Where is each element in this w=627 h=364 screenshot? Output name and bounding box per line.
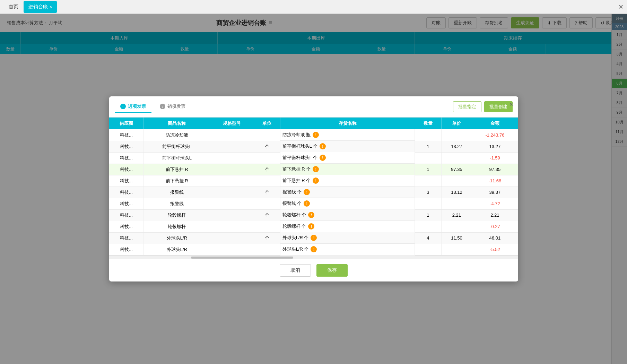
cell-unit-price-4 <box>441 175 472 187</box>
cell-product-9: 外球头L/R <box>144 232 210 244</box>
table-row[interactable]: 科技... 报警线 个 报警线 个 ! 3 13.12 39.37 <box>109 187 518 198</box>
cell-unit-3: 个 <box>254 164 280 175</box>
cell-spec-3 <box>210 164 254 175</box>
modal-table-body: 科技... 防冻冷却液 防冻冷却液 瓶 ! -1,243.76 科技... 前平… <box>109 129 518 255</box>
cell-unit-price-10 <box>441 244 472 255</box>
inventory-name-text-1: 前平衡杆球头L 个 <box>282 143 317 149</box>
cell-quantity-1: 1 <box>415 141 441 152</box>
table-row[interactable]: 科技... 前下悬挂 R 个 前下悬挂 R 个 ! 1 97.35 97.35 <box>109 164 518 175</box>
cell-spec-2 <box>210 152 254 164</box>
table-row[interactable]: 科技... 防冻冷却液 防冻冷却液 瓶 ! -1,243.76 <box>109 129 518 141</box>
main-content: 销售成本计算方法： 月平均 商贸企业进销台账 ≡ 对账 重新开账 存货别名 生成… <box>0 14 627 364</box>
save-button[interactable]: 保存 <box>316 264 348 277</box>
th-spec: 规格型号 <box>210 118 254 129</box>
th-quantity: 数量 <box>415 118 441 129</box>
inventory-name-text-10: 外球头L/R 个 <box>282 246 309 252</box>
inventory-name-text-4: 前下悬挂 R 个 <box>282 177 311 184</box>
tab-home-label: 首页 <box>9 4 18 9</box>
th-unit-price: 单价 <box>441 118 472 129</box>
cell-unit-price-9: 11.50 <box>441 232 472 244</box>
cell-inventory-4: 前下悬挂 R 个 ! <box>280 175 415 187</box>
cell-supplier-1: 科技... <box>109 141 144 152</box>
table-row[interactable]: 科技... 前平衡杆球头L 个 前平衡杆球头L 个 ! 1 13.27 13.2… <box>109 141 518 152</box>
tab-purchase-invoice[interactable]: ↑ 进项发票 <box>115 101 151 113</box>
tab-ledger[interactable]: 进销台账 × <box>24 1 57 13</box>
cell-spec-6 <box>210 198 254 209</box>
cell-spec-4 <box>210 175 254 187</box>
warning-icon-4: ! <box>313 177 319 184</box>
cell-supplier-8: 科技... <box>109 221 144 232</box>
cell-amount-6: -4.72 <box>472 198 518 209</box>
cell-product-3: 前下悬挂 R <box>144 164 210 175</box>
cell-quantity-6 <box>415 198 441 209</box>
cell-unit-price-7: 2.21 <box>441 209 472 221</box>
cell-unit-price-0 <box>441 129 472 141</box>
tab-ledger-label: 进销台账 <box>28 4 48 10</box>
warning-icon-5: ! <box>304 189 310 195</box>
modal-footer: 取消 保存 <box>109 259 518 281</box>
cell-spec-7 <box>210 209 254 221</box>
tab-home[interactable]: 首页 <box>3 1 24 13</box>
tab-sales-invoice[interactable]: ↓ 销项发票 <box>154 101 191 113</box>
cell-quantity-7: 1 <box>415 209 441 221</box>
cell-amount-3: 97.35 <box>472 164 518 175</box>
cell-amount-0: -1,243.76 <box>472 129 518 141</box>
tab-ledger-close[interactable]: × <box>50 5 52 9</box>
cell-inventory-7: 轮毂螺杆 个 ! <box>280 209 415 221</box>
cell-quantity-4 <box>415 175 441 187</box>
modal-dialog: ↑ 进项发票 ↓ 销项发票 批量指定 批量创建 × 供应 <box>109 96 518 281</box>
cell-unit-5: 个 <box>254 187 280 198</box>
warning-icon-3: ! <box>313 166 319 172</box>
table-header-row: 供应商 商品名称 规格型号 单位 存货名称 数量 单价 金额 <box>109 118 518 129</box>
cell-unit-price-3: 97.35 <box>441 164 472 175</box>
warning-icon-7: ! <box>308 212 314 218</box>
cell-supplier-7: 科技... <box>109 209 144 221</box>
cell-supplier-9: 科技... <box>109 232 144 244</box>
modal-overlay: ↑ 进项发票 ↓ 销项发票 批量指定 批量创建 × 供应 <box>0 14 627 364</box>
th-unit: 单位 <box>254 118 280 129</box>
table-row[interactable]: 科技... 外球头L/R 个 外球头L/R 个 ! 4 11.50 46.01 <box>109 232 518 244</box>
inventory-name-text-8: 轮毂螺杆 个 <box>282 223 306 229</box>
inventory-name-text-6: 报警线 个 <box>282 200 302 207</box>
warning-icon-9: ! <box>311 235 317 241</box>
cell-quantity-10 <box>415 244 441 255</box>
modal-scrollbar[interactable] <box>109 255 518 259</box>
cell-product-7: 轮毂螺杆 <box>144 209 210 221</box>
modal-close-button[interactable]: × <box>510 101 513 107</box>
cell-inventory-1: 前平衡杆球头L 个 ! <box>280 141 415 152</box>
cell-unit-price-5: 13.12 <box>441 187 472 198</box>
scrollbar-thumb[interactable] <box>191 257 293 259</box>
inventory-name-text-9: 外球头L/R 个 <box>282 235 309 241</box>
cell-product-4: 前下悬挂 R <box>144 175 210 187</box>
table-row[interactable]: 科技... 前下悬挂 R 前下悬挂 R 个 ! -11.68 <box>109 175 518 187</box>
table-row[interactable]: 科技... 前平衡杆球头L 前平衡杆球头L 个 ! -1.59 <box>109 152 518 164</box>
cell-spec-9 <box>210 232 254 244</box>
warning-icon-6: ! <box>304 200 310 207</box>
batch-assign-button[interactable]: 批量指定 <box>453 101 481 112</box>
cell-supplier-4: 科技... <box>109 175 144 187</box>
cell-product-8: 轮毂螺杆 <box>144 221 210 232</box>
table-row[interactable]: 科技... 报警线 报警线 个 ! -4.72 <box>109 198 518 209</box>
modal-action-buttons: 批量指定 批量创建 <box>453 101 513 112</box>
th-amount: 金额 <box>472 118 518 129</box>
inventory-name-text-5: 报警线 个 <box>282 189 302 195</box>
cell-inventory-2: 前平衡杆球头L 个 ! <box>280 152 415 164</box>
table-row[interactable]: 科技... 轮毂螺杆 个 轮毂螺杆 个 ! 1 2.21 2.21 <box>109 209 518 221</box>
cancel-button[interactable]: 取消 <box>280 264 311 277</box>
invoice-table: 供应商 商品名称 规格型号 单位 存货名称 数量 单价 金额 科技... 防冻冷… <box>109 118 518 255</box>
tab-bar: 首页 进销台账 × ✕ <box>0 0 627 14</box>
cell-unit-price-2 <box>441 152 472 164</box>
batch-create-button[interactable]: 批量创建 <box>484 101 513 112</box>
inventory-name-text-7: 轮毂螺杆 个 <box>282 212 306 218</box>
table-row[interactable]: 科技... 外球头L/R 外球头L/R 个 ! -5.52 <box>109 244 518 255</box>
sales-invoice-icon: ↓ <box>160 104 165 109</box>
inventory-name-text-0: 防冻冷却液 瓶 <box>282 132 311 138</box>
window-close-button[interactable]: ✕ <box>618 3 624 11</box>
tab-sales-label: 销项发票 <box>167 103 185 110</box>
th-product-name: 商品名称 <box>144 118 210 129</box>
cell-product-1: 前平衡杆球头L <box>144 141 210 152</box>
cell-inventory-8: 轮毂螺杆 个 ! <box>280 221 415 232</box>
cell-unit-2 <box>254 152 280 164</box>
cell-unit-price-8 <box>441 221 472 232</box>
table-row[interactable]: 科技... 轮毂螺杆 轮毂螺杆 个 ! -0.27 <box>109 221 518 232</box>
